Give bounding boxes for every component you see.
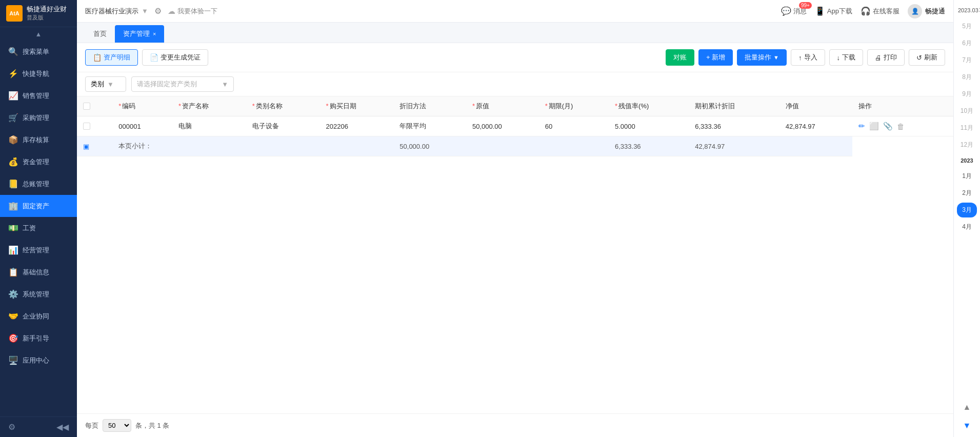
subtotal-row: ▣本页小计：50,000.006,333.3642,874.97 [77, 136, 953, 156]
asset-table: *编码*资产名称*类别名称*购买日期折旧方法*原值*期限(月)*残值率(%)期初… [77, 96, 953, 156]
sidebar-item-operations[interactable]: 📊 经营管理 [0, 239, 77, 261]
cell-code-0: 000001 [112, 116, 172, 136]
right-panel-header: 2023.03 ✕ ⤢ [954, 4, 980, 16]
month-prev-5月[interactable]: 5月 [954, 18, 980, 35]
print-icon: 🖨 [875, 54, 882, 62]
sidebar-item-search[interactable]: 🔍 搜索菜单 [0, 41, 77, 63]
toolbar-right: 对账 + 新增 批量操作 ▼ ↑ 导入 ↓ 下载 🖨 打印 [666, 49, 945, 66]
month-curr-4月[interactable]: 4月 [954, 218, 980, 235]
sidebar-icon-funds: 💰 [8, 157, 17, 167]
sidebar-scroll-up[interactable]: ▲ [34, 29, 43, 38]
sidebar-item-app-center[interactable]: 🖥️ 应用中心 [0, 349, 77, 371]
sidebar-icon-inventory: 📦 [8, 135, 17, 145]
month-curr-1月[interactable]: 1月 [954, 168, 980, 185]
sidebar-collapse-btn[interactable]: ◀◀ [56, 422, 69, 432]
sidebar-icon-fixed-assets: 🏢 [8, 201, 17, 211]
reconcile-button[interactable]: 对账 [666, 49, 694, 66]
subtotal-checkbox: ▣ [77, 136, 112, 156]
select-all-checkbox[interactable] [83, 103, 90, 110]
scroll-up-btn[interactable]: ▲ [960, 400, 974, 414]
sidebar-item-system[interactable]: ⚙️ 系统管理 [0, 283, 77, 305]
download-icon2: ↓ [837, 54, 841, 62]
category-input[interactable]: 请选择固定资产类别 ▼ [131, 76, 234, 92]
sidebar-icon-system: ⚙️ [8, 289, 17, 299]
user-profile[interactable]: 👤 畅捷通 [908, 4, 945, 18]
edit-btn-0[interactable]: ✏ [858, 122, 865, 131]
print-button[interactable]: 🖨 打印 [867, 49, 905, 66]
sidebar-item-fixed-assets[interactable]: 🏢 固定资产 [0, 195, 77, 217]
cell-accumulated_depreciation-0: 6,333.36 [689, 116, 779, 136]
row-checkbox-0[interactable] [83, 123, 90, 130]
sidebar-icon-cooperation: 🤝 [8, 311, 17, 321]
download-button[interactable]: ↓ 下载 [829, 49, 864, 66]
sidebar-item-funds[interactable]: 💰 资金管理 [0, 151, 77, 173]
delete-btn-0[interactable]: 🗑 [897, 122, 905, 131]
import-icon: ↑ [798, 54, 802, 62]
month-prev-7月[interactable]: 7月 [954, 52, 980, 69]
company-selector[interactable]: 医疗器械行业演示 ▼ [85, 7, 148, 16]
sidebar-label-inventory: 库存核算 [23, 135, 49, 145]
sidebar-icon-quick-nav: ⚡ [8, 69, 17, 78]
sidebar-icon-guide: 🎯 [8, 333, 17, 343]
batch-button[interactable]: 批量操作 ▼ [737, 49, 787, 66]
col-accumulated_depreciation: 期初累计折旧 [689, 96, 779, 116]
sidebar-icon-purchase: 🛒 [8, 113, 17, 123]
settings-icon[interactable]: ⚙ [8, 422, 15, 432]
topbar: 医疗器械行业演示 ▼ ⚙ ☁ 我要体验一下 💬 消息 99+ 📱 App下载 🎧… [77, 0, 953, 23]
asset-table-wrap: *编码*资产名称*类别名称*购买日期折旧方法*原值*期限(月)*残值率(%)期初… [77, 96, 953, 413]
sidebar-item-basic-info[interactable]: 📋 基础信息 [0, 261, 77, 283]
experience-btn[interactable]: ☁ 我要体验一下 [168, 7, 217, 16]
subtotal-actions [779, 136, 852, 156]
sidebar-item-cooperation[interactable]: 🤝 企业协同 [0, 305, 77, 327]
category-select[interactable]: 类别 ▼ [85, 76, 126, 92]
month-prev-11月[interactable]: 11月 [954, 120, 980, 136]
month-prev-12月[interactable]: 12月 [954, 136, 980, 153]
attach-btn-0[interactable]: 📎 [883, 122, 893, 131]
month-prev-9月[interactable]: 9月 [954, 86, 980, 103]
right-panel: 2023.03 ✕ ⤢ 5月6月7月8月9月10月11月12月20231月2月3… [953, 0, 980, 437]
sidebar-label-sales: 销售管理 [23, 91, 49, 101]
sidebar-label-search: 搜索菜单 [23, 47, 49, 56]
tab-首页[interactable]: 首页 [85, 25, 115, 43]
col-name: *资产名称 [172, 96, 246, 116]
new-button[interactable]: + 新增 [698, 49, 733, 66]
subtab-变更生成凭证[interactable]: 📄变更生成凭证 [142, 49, 208, 66]
cell-checkbox-0 [77, 116, 112, 136]
topbar-settings-icon[interactable]: ⚙ [154, 6, 162, 16]
sidebar-label-funds: 资金管理 [23, 157, 49, 167]
subtab-资产明细[interactable]: 📋资产明细 [85, 49, 138, 66]
sidebar-item-quick-nav[interactable]: ⚡ 快捷导航 [0, 63, 77, 85]
online-service-btn[interactable]: 🎧 在线客服 [861, 6, 899, 16]
filter-row: 类别 ▼ 请选择固定资产类别 ▼ [77, 72, 953, 96]
avatar: 👤 [908, 4, 922, 18]
refresh-button[interactable]: ↺ 刷新 [909, 49, 945, 66]
col-period: *期限(月) [539, 96, 609, 116]
app-download-btn[interactable]: 📱 App下载 [815, 6, 852, 16]
batch-chevron-icon: ▼ [773, 54, 779, 61]
sidebar-item-inventory[interactable]: 📦 库存核算 [0, 129, 77, 151]
sidebar-logo: AtA 畅捷通好业财 普及版 [0, 0, 77, 27]
per-page-select[interactable]: 102050100 [103, 419, 131, 432]
messages-btn[interactable]: 💬 消息 99+ [781, 6, 807, 16]
col-net_value: 净值 [779, 96, 852, 116]
sidebar-item-payroll[interactable]: 💵 工资 [0, 217, 77, 239]
cell-actions-0: ✏ ⬜ 📎 🗑 [852, 116, 953, 136]
scroll-down-btn[interactable]: ▼ [960, 419, 974, 433]
subtotal-original_value: 50,000.00 [393, 136, 466, 156]
month-curr-2月[interactable]: 2月 [954, 185, 980, 202]
month-curr-3月[interactable]: 3月 [957, 203, 977, 217]
sidebar-label-system: 系统管理 [23, 290, 49, 299]
sidebar-item-purchase[interactable]: 🛒 采购管理 [0, 107, 77, 129]
import-button[interactable]: ↑ 导入 [791, 49, 825, 66]
tab-close-资产管理[interactable]: × [153, 31, 156, 37]
copy-btn-0[interactable]: ⬜ [869, 122, 879, 131]
sidebar-item-ledger[interactable]: 📒 总账管理 [0, 173, 77, 195]
sidebar-label-app-center: 应用中心 [23, 356, 49, 365]
tab-资产管理[interactable]: 资产管理× [115, 25, 164, 43]
sidebar-item-guide[interactable]: 🎯 新手引导 [0, 327, 77, 349]
month-prev-8月[interactable]: 8月 [954, 69, 980, 86]
month-prev-6月[interactable]: 6月 [954, 35, 980, 52]
subtotal-accumulated_depreciation: 6,333.36 [609, 136, 689, 156]
month-prev-10月[interactable]: 10月 [954, 103, 980, 120]
sidebar-item-sales[interactable]: 📈 销售管理 [0, 85, 77, 107]
